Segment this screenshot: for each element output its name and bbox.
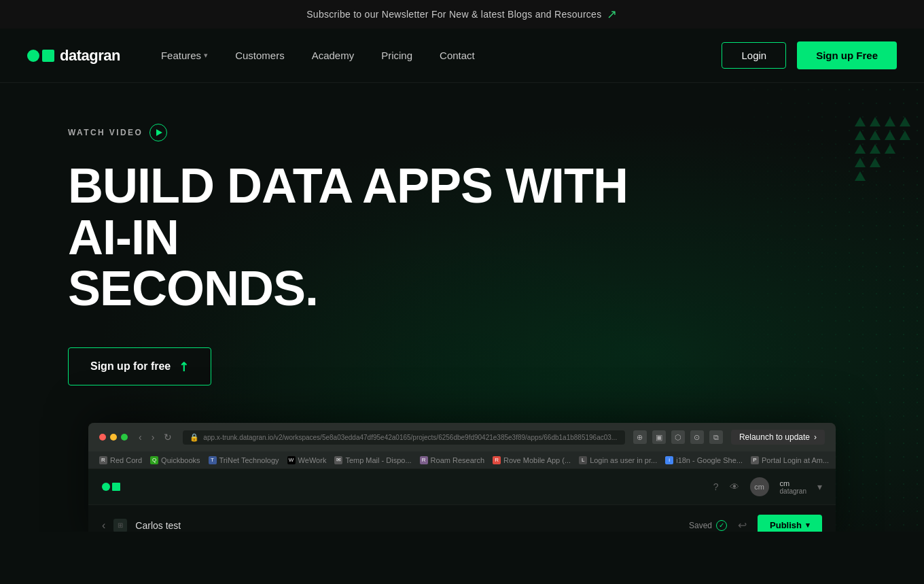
cta-arrow-icon: ↗ bbox=[175, 358, 193, 375]
app-logo bbox=[102, 483, 120, 491]
navbar: datagran Features ▾ Customers Academy Pr… bbox=[0, 29, 924, 83]
browser-back-button[interactable]: ‹ bbox=[136, 430, 145, 444]
browser-extension-icon-4[interactable]: ⊙ bbox=[690, 430, 704, 444]
nav-contact[interactable]: Contact bbox=[426, 44, 488, 67]
app-title: Carlos test bbox=[135, 520, 181, 531]
bookmark-wework[interactable]: W WeWork bbox=[287, 456, 327, 464]
browser-extension-icon-2[interactable]: ▣ bbox=[652, 430, 666, 444]
nav-actions: Login Sign up Free bbox=[722, 41, 897, 69]
triangle-decoration bbox=[855, 117, 910, 181]
browser-extension-icon-3[interactable]: ⬡ bbox=[671, 430, 685, 444]
bookmark-trinet[interactable]: T TriNet Technology bbox=[209, 456, 279, 464]
nav-customers[interactable]: Customers bbox=[221, 44, 298, 67]
publish-chevron-icon: ▾ bbox=[806, 521, 810, 530]
browser-forward-button[interactable]: › bbox=[149, 430, 158, 444]
browser-refresh-button[interactable]: ↻ bbox=[161, 430, 175, 444]
announcement-bar: Subscribe to our Newsletter For New & la… bbox=[0, 0, 924, 29]
relaunch-arrow-icon: › bbox=[814, 432, 817, 442]
content-bar-left: ‹ ⊞ Carlos test bbox=[102, 519, 181, 532]
logo-link[interactable]: datagran bbox=[27, 47, 120, 65]
browser-extension-icon-5[interactable]: ⧉ bbox=[709, 430, 723, 444]
publish-button[interactable]: Publish ▾ bbox=[758, 515, 822, 532]
hero-title: BUILD DATA APPS WITH AI-IN SECONDS. bbox=[68, 160, 679, 315]
app-logo-circle bbox=[102, 483, 110, 491]
nav-pricing[interactable]: Pricing bbox=[368, 44, 426, 67]
nav-features[interactable]: Features ▾ bbox=[147, 44, 221, 67]
bookmark-tempmail[interactable]: ✉ Temp Mail - Dispo... bbox=[334, 456, 411, 464]
logo-text: datagran bbox=[60, 47, 120, 65]
bookmark-redcord[interactable]: R Red Cord bbox=[99, 456, 142, 464]
window-maximize-dot bbox=[121, 434, 128, 441]
bookmark-rove[interactable]: R Rove Mobile App (... bbox=[493, 456, 571, 464]
bookmark-favicon: Q bbox=[150, 456, 158, 464]
window-minimize-dot bbox=[110, 434, 117, 441]
browser-action-icons: ⊕ ▣ ⬡ ⊙ ⧉ bbox=[633, 430, 723, 444]
browser-nav-icons: ‹ › ↻ bbox=[136, 430, 175, 444]
nav-academy[interactable]: Academy bbox=[298, 44, 368, 67]
undo-button[interactable]: ↩ bbox=[738, 519, 747, 532]
hero-cta-button[interactable]: Sign up for free ↗ bbox=[68, 347, 211, 385]
bookmark-favicon: P bbox=[751, 456, 759, 464]
announcement-arrow-icon: ↗ bbox=[607, 7, 617, 22]
chevron-down-icon[interactable]: ▾ bbox=[817, 481, 822, 492]
bookmark-portal[interactable]: P Portal Login at Am... bbox=[751, 456, 829, 464]
browser-mockup-wrapper: ‹ › ↻ 🔒 app.x-trunk.datagran.io/v2/works… bbox=[88, 423, 836, 532]
eye-icon[interactable]: 👁 bbox=[730, 481, 739, 492]
browser-url-bar[interactable]: 🔒 app.x-trunk.datagran.io/v2/workspaces/… bbox=[183, 430, 625, 445]
bookmark-favicon: R bbox=[420, 456, 428, 464]
app-right-icons: ? 👁 cm cm datagran ▾ bbox=[713, 477, 822, 496]
app-logo-icons bbox=[102, 483, 120, 491]
content-grid-icon: ⊞ bbox=[113, 519, 127, 532]
bookmark-favicon: i bbox=[665, 456, 673, 464]
content-back-button[interactable]: ‹ bbox=[102, 519, 105, 532]
browser-extension-icon-1[interactable]: ⊕ bbox=[633, 430, 647, 444]
chevron-down-icon: ▾ bbox=[204, 51, 208, 60]
saved-status: Saved ✓ bbox=[689, 520, 727, 531]
window-close-dot bbox=[99, 434, 106, 441]
watch-video-label: WATCH VIDEO bbox=[68, 128, 143, 137]
app-bar: ? 👁 cm cm datagran ▾ bbox=[88, 469, 836, 504]
hero-section: WATCH VIDEO BUILD DATA APPS WITH AI-IN S… bbox=[0, 83, 924, 532]
play-icon bbox=[149, 124, 167, 141]
bookmark-roam[interactable]: R Roam Research bbox=[420, 456, 484, 464]
bookmark-login[interactable]: L Login as user in pr... bbox=[579, 456, 657, 464]
logo-square bbox=[42, 50, 54, 62]
saved-check-icon: ✓ bbox=[716, 520, 727, 531]
bookmark-favicon: ✉ bbox=[334, 456, 342, 464]
bookmark-i18n[interactable]: i i18n - Google She... bbox=[665, 456, 743, 464]
bookmark-favicon: R bbox=[493, 456, 501, 464]
logo-circle bbox=[27, 50, 39, 62]
bookmark-favicon: L bbox=[579, 456, 587, 464]
app-logo-square bbox=[112, 483, 120, 491]
bookmark-favicon: T bbox=[209, 456, 217, 464]
signup-button[interactable]: Sign up Free bbox=[797, 41, 897, 69]
browser-window-controls bbox=[99, 434, 128, 441]
browser-mockup: ‹ › ↻ 🔒 app.x-trunk.datagran.io/v2/works… bbox=[88, 423, 836, 532]
url-lock-icon: 🔒 bbox=[190, 433, 199, 442]
nav-links: Features ▾ Customers Academy Pricing Con… bbox=[147, 44, 722, 67]
content-bar-right: Saved ✓ ↩ Publish ▾ bbox=[689, 515, 822, 532]
help-icon[interactable]: ? bbox=[713, 481, 719, 492]
bookmark-quickbooks[interactable]: Q Quickbooks bbox=[150, 456, 200, 464]
relaunch-button[interactable]: Relaunch to update › bbox=[731, 430, 825, 445]
browser-chrome: ‹ › ↻ 🔒 app.x-trunk.datagran.io/v2/works… bbox=[88, 423, 836, 451]
bookmarks-bar: R Red Cord Q Quickbooks T TriNet Technol… bbox=[88, 451, 836, 469]
user-info: cm datagran bbox=[780, 479, 806, 495]
bookmark-favicon: R bbox=[99, 456, 107, 464]
bookmark-favicon: W bbox=[287, 456, 296, 464]
url-text: app.x-trunk.datagran.io/v2/workspaces/5e… bbox=[203, 434, 617, 441]
play-triangle bbox=[156, 129, 162, 136]
logo-icon bbox=[27, 50, 54, 62]
avatar[interactable]: cm bbox=[750, 477, 769, 496]
content-bar: ‹ ⊞ Carlos test Saved ✓ ↩ Publish ▾ bbox=[88, 504, 836, 532]
announcement-text: Subscribe to our Newsletter For New & la… bbox=[306, 9, 601, 20]
login-button[interactable]: Login bbox=[722, 42, 786, 69]
